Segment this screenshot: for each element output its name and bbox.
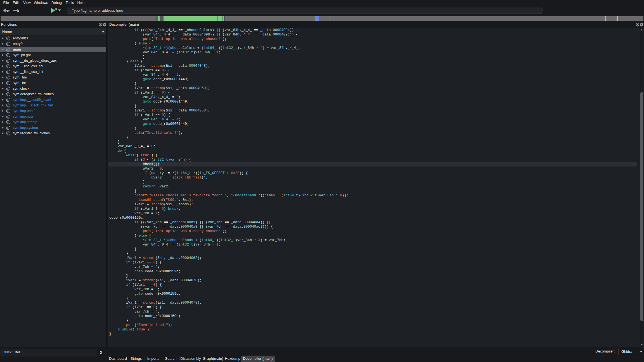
svg-text:i: i [8, 128, 9, 129]
svg-text:i: i [8, 122, 9, 124]
svg-text:x: x [8, 55, 9, 57]
svg-text:i: i [8, 116, 9, 118]
svg-text:x: x [8, 94, 9, 96]
svg-text:x: x [8, 72, 9, 73]
svg-text:x: x [8, 44, 9, 46]
svg-text:x: x [8, 66, 9, 68]
svg-text:i: i [8, 100, 9, 101]
svg-text:x: x [8, 83, 9, 85]
svg-text:i: i [8, 111, 9, 113]
svg-text:x: x [8, 133, 9, 135]
svg-text:m: m [8, 49, 10, 51]
svg-text:x: x [8, 77, 9, 79]
svg-text:x: x [8, 89, 9, 90]
svg-text:i: i [8, 105, 9, 107]
svg-text:x: x [8, 38, 9, 40]
svg-text:x: x [8, 61, 9, 62]
